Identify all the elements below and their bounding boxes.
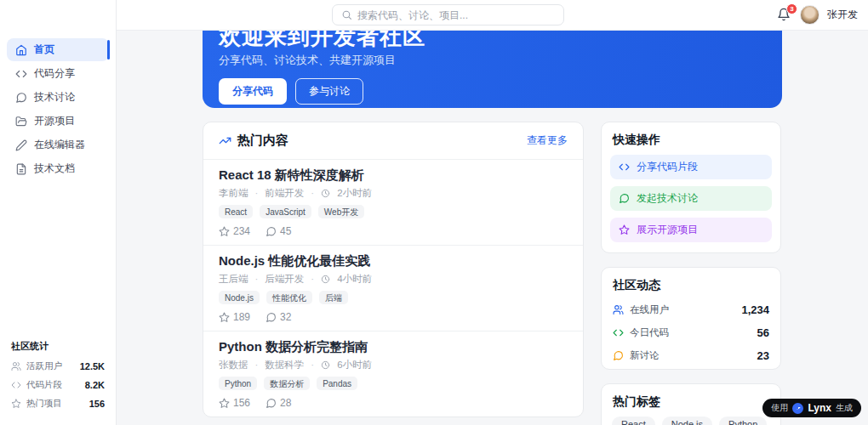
article-category: 数据科学 — [265, 360, 304, 370]
sidebar-item-home[interactable]: 首页 — [7, 38, 109, 61]
article-tags: Python 数据分析 Pandas — [219, 377, 568, 390]
sidebar-nav: 首页 代码分享 技术讨论 开源项目 在线编辑器 技术文档 — [0, 37, 116, 181]
sidebar-item-label: 代码分享 — [34, 66, 75, 81]
hot-tags-list: React Node.js Python Vue JavaScript Type… — [602, 416, 780, 425]
app-window: 首页 代码分享 技术讨论 开源项目 在线编辑器 技术文档 — [0, 0, 868, 425]
stat-value: 12.5K — [80, 361, 105, 371]
notification-badge: 3 — [786, 3, 797, 14]
sidebar-stat-hot-projects: 热门项目 156 — [11, 398, 105, 410]
stat-online-users: 在线用户 1,234 — [602, 300, 780, 323]
share-code-button[interactable]: 分享代码 — [219, 78, 287, 105]
article-tag[interactable]: 后端 — [319, 291, 348, 304]
code-icon — [11, 380, 21, 390]
home-icon — [15, 44, 27, 56]
tag-pill[interactable]: React — [612, 416, 655, 425]
star-count: 156 — [219, 397, 250, 409]
sidebar-item-code-share[interactable]: 代码分享 — [7, 62, 109, 85]
stat-label: 活跃用户 — [26, 360, 62, 372]
sidebar-item-label: 在线编辑器 — [34, 138, 85, 152]
meta-separator — [255, 274, 259, 284]
article-time: 4小时前 — [337, 274, 372, 284]
hot-content-card: 热门内容 查看更多 React 18 新特性深度解析 李前端 前端开发 — [203, 122, 584, 417]
article-tag[interactable]: React — [219, 205, 253, 218]
join-discussion-button[interactable]: 参与讨论 — [295, 78, 363, 105]
quick-action-label: 展示开源项目 — [637, 223, 698, 237]
comment-icon — [266, 226, 277, 237]
article-tag[interactable]: Node.js — [219, 291, 260, 304]
article-stats: 189 32 — [219, 311, 568, 323]
search-icon — [341, 9, 352, 20]
article-author: 王后端 — [219, 274, 248, 284]
comment-count: 45 — [266, 225, 291, 237]
sidebar-item-label: 首页 — [34, 42, 54, 57]
chat-icon — [15, 92, 27, 104]
sidebar-item-label: 开源项目 — [34, 114, 75, 128]
article-item[interactable]: Python 数据分析完整指南 张数据 数据科学 6小时前 Python — [203, 332, 583, 416]
search-box[interactable] — [332, 4, 564, 26]
badge-prefix: 使用 — [771, 402, 788, 414]
star-icon — [619, 224, 630, 235]
folder-icon — [15, 116, 27, 128]
clock-icon — [321, 189, 330, 198]
document-icon — [15, 163, 27, 175]
sidebar-item-label: 技术文档 — [34, 162, 75, 176]
article-meta: 李前端 前端开发 2小时前 — [219, 188, 568, 198]
chat-icon — [613, 350, 624, 361]
article-item[interactable]: React 18 新特性深度解析 李前端 前端开发 2小时前 React — [203, 160, 583, 246]
article-item[interactable]: Node.js 性能优化最佳实践 王后端 后端开发 4小时前 Node.js — [203, 246, 583, 332]
star-icon — [219, 226, 230, 237]
article-title[interactable]: React 18 新特性深度解析 — [219, 168, 568, 182]
article-time: 2小时前 — [337, 188, 372, 198]
article-tag[interactable]: JavaScript — [260, 205, 311, 218]
avatar[interactable] — [800, 5, 819, 25]
quick-action-show-project[interactable]: 展示开源项目 — [610, 218, 772, 242]
quick-actions-card: 快速操作 分享代码片段 发起技术讨论 展示开源项目 — [601, 122, 781, 253]
article-time: 6小时前 — [337, 360, 372, 370]
stat-value: 56 — [757, 326, 769, 339]
view-more-link[interactable]: 查看更多 — [527, 133, 568, 148]
article-tag[interactable]: Pandas — [317, 377, 357, 390]
quick-actions-title: 快速操作 — [602, 122, 780, 155]
stat-value: 1,234 — [741, 303, 769, 316]
sidebar-item-projects[interactable]: 开源项目 — [7, 110, 109, 133]
clock-icon — [321, 275, 330, 284]
article-tag[interactable]: 性能优化 — [266, 291, 312, 304]
stat-value: 156 — [89, 399, 105, 409]
comment-count: 32 — [266, 311, 291, 323]
article-meta: 张数据 数据科学 6小时前 — [219, 360, 568, 370]
article-title[interactable]: Python 数据分析完整指南 — [219, 340, 568, 354]
stat-label: 代码片段 — [26, 379, 62, 391]
meta-separator — [255, 360, 259, 370]
article-tag[interactable]: 数据分析 — [264, 377, 310, 390]
article-tag[interactable]: Python — [219, 377, 257, 390]
article-tags: Node.js 性能优化 后端 — [219, 291, 568, 304]
sidebar-item-editor[interactable]: 在线编辑器 — [7, 133, 109, 156]
trending-up-icon — [219, 134, 231, 147]
tag-pill[interactable]: Python — [719, 416, 767, 425]
lynx-badge[interactable]: 使用 Lynx 生成 — [762, 399, 861, 417]
quick-action-label: 分享代码片段 — [637, 160, 698, 174]
article-category: 前端开发 — [265, 188, 304, 198]
search-input[interactable] — [357, 9, 555, 21]
article-category: 后端开发 — [265, 274, 304, 284]
quick-action-share-code[interactable]: 分享代码片段 — [610, 155, 772, 179]
quick-action-start-discussion[interactable]: 发起技术讨论 — [610, 186, 772, 211]
article-author: 李前端 — [219, 188, 248, 198]
notification-button[interactable]: 3 — [777, 8, 792, 23]
meta-separator — [311, 274, 314, 284]
badge-suffix: 生成 — [836, 402, 853, 414]
sidebar-item-discussions[interactable]: 技术讨论 — [7, 86, 109, 109]
main-content: 欢迎来到开发者社区 分享代码、讨论技术、共建开源项目 分享代码 参与讨论 热门内… — [117, 31, 868, 425]
community-stats-title: 社区动态 — [602, 268, 780, 300]
stat-label: 今日代码 — [630, 326, 669, 339]
users-icon — [11, 361, 21, 371]
meta-separator — [311, 188, 314, 198]
article-title[interactable]: Node.js 性能优化最佳实践 — [219, 254, 568, 268]
header-right: 3 张开发 — [777, 5, 868, 25]
sidebar-item-docs[interactable]: 技术文档 — [7, 157, 109, 180]
article-tag[interactable]: Web开发 — [318, 205, 364, 218]
tag-pill[interactable]: Node.js — [662, 416, 712, 425]
hero-buttons: 分享代码 参与讨论 — [219, 78, 766, 105]
sidebar-stat-snippets: 代码片段 8.2K — [11, 379, 105, 391]
comment-count: 28 — [266, 397, 291, 409]
